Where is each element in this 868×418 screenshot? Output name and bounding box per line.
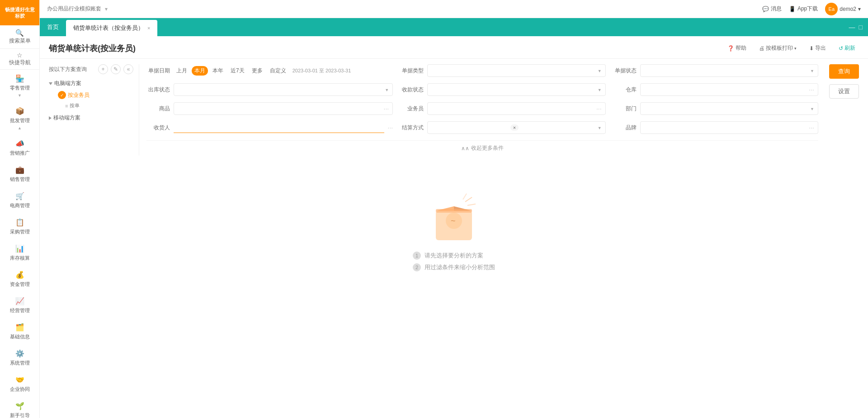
export-btn[interactable]: ⬇ 导出 — [806, 43, 830, 54]
sidebar-item-marketing[interactable]: 📣 营销推广 — [0, 135, 39, 161]
field-doc-status: 单据状态 — [613, 64, 818, 77]
brand-dots[interactable]: ··· — [809, 124, 814, 131]
setting-button[interactable]: 设置 — [829, 84, 859, 99]
settlement-select[interactable]: × — [427, 121, 605, 134]
user-name: demo2 — [840, 6, 856, 12]
out-status-arrow — [385, 87, 389, 92]
edit-scheme-btn[interactable]: ✎ — [111, 64, 121, 74]
date-btn-more[interactable]: 更多 — [249, 66, 265, 76]
scheme-group-mobile-label[interactable]: 移动端方案 — [49, 112, 133, 124]
svg-rect-1 — [436, 209, 472, 213]
message-btn[interactable]: 💬 消息 — [762, 5, 782, 13]
scheme-subitem-order[interactable]: ≡ 按单 — [49, 101, 133, 110]
sidebar-item-basic[interactable]: 🗂️ 基础信息 — [0, 318, 39, 345]
sidebar-item-system[interactable]: ⚙️ 系统管理 — [0, 345, 39, 371]
app-download-btn[interactable]: 📱 App下载 — [789, 5, 818, 13]
scheme-group-desktop-label[interactable]: 电脑端方案 — [49, 78, 133, 89]
warehouse-select[interactable]: ··· — [640, 83, 818, 96]
collapse-scheme-btn[interactable]: « — [123, 64, 133, 74]
topbar: 办公用品行业模拟账套 ▾ 💬 消息 📱 App下载 Ea demo2 ▾ — [40, 0, 868, 18]
sidebar-item-corp[interactable]: 🤝 企业协同 — [0, 371, 39, 397]
page-actions: ❓ 帮助 🖨 按模板打印 ▾ ⬇ 导出 ↺ 刷新 — [724, 43, 859, 54]
tab-label: 销货单统计表（按业务员） — [73, 24, 144, 32]
scheme-group-desktop: 电脑端方案 ✓ 按业务员 ≡ 按单 — [49, 78, 133, 110]
sidebar-item-operation[interactable]: 📈 经营管理 — [0, 292, 39, 318]
scheme-item-salesperson[interactable]: ✓ 按业务员 — [49, 89, 133, 101]
settlement-clear-tag[interactable]: × — [510, 124, 519, 131]
tab-sales-stats[interactable]: 销货单统计表（按业务员） × — [66, 20, 157, 36]
sidebar-item-wholesale[interactable]: 📦 批发管理 ▲ — [0, 102, 39, 135]
brand-select[interactable]: ··· — [640, 121, 818, 134]
sidebar-item-retail[interactable]: 🏪 零售管理 ▼ — [0, 70, 39, 102]
marketing-icon: 📣 — [15, 139, 24, 148]
date-btn-last7[interactable]: 近7天 — [228, 66, 247, 76]
tab-maximize-btn[interactable]: □ — [859, 24, 863, 31]
goods-dots[interactable]: ··· — [384, 105, 389, 112]
goods-select[interactable]: ··· — [174, 102, 393, 115]
sidebar-quick-nav[interactable]: ☆ 快捷导航 — [0, 49, 39, 70]
date-btn-thisyear[interactable]: 本年 — [210, 66, 226, 76]
inventory-icon: 📊 — [15, 244, 24, 253]
settlement-label: 结算方式 — [400, 124, 424, 132]
date-label: 单据日期 — [146, 67, 170, 75]
salesperson-select[interactable]: ··· — [427, 102, 605, 115]
filter-form-wrapper: 单据日期 上月 本月 本年 近7天 更多 自定义 2023-03-01 至 20… — [139, 64, 859, 156]
department-select[interactable] — [640, 102, 818, 115]
sidebar-item-inventory[interactable]: 📊 库存核算 — [0, 240, 39, 266]
date-btn-lastmonth[interactable]: 上月 — [174, 66, 190, 76]
salesperson-dots[interactable]: ··· — [596, 105, 602, 112]
user-profile[interactable]: Ea demo2 ▾ — [825, 3, 861, 15]
field-goods: 商品 ··· — [146, 102, 393, 115]
sidebar-actions: + ✎ « — [98, 64, 133, 74]
field-brand: 品牌 ··· — [613, 121, 818, 134]
sidebar-item-ecommerce[interactable]: 🛒 电商管理 — [0, 187, 39, 214]
date-btn-custom[interactable]: 自定义 — [267, 66, 289, 76]
doc-type-arrow — [598, 68, 602, 73]
svg-line-6 — [463, 194, 467, 200]
collect-status-label: 收款状态 — [400, 86, 424, 94]
scheme-group-arrow — [49, 82, 52, 85]
collect-status-select[interactable] — [427, 83, 605, 96]
refresh-btn[interactable]: ↺ 刷新 — [835, 43, 859, 54]
help-btn[interactable]: ❓ 帮助 — [724, 43, 750, 54]
filter-form: 单据日期 上月 本月 本年 近7天 更多 自定义 2023-03-01 至 20… — [146, 64, 818, 156]
tab-home[interactable]: 首页 — [40, 18, 66, 36]
receiver-label: 收货人 — [146, 124, 170, 132]
collapse-bar[interactable]: ∧∧ 收起更多条件 — [146, 140, 818, 156]
sidebar-item-finance[interactable]: 💰 资金管理 — [0, 266, 39, 292]
receiver-dots[interactable]: ··· — [388, 124, 393, 131]
add-scheme-btn[interactable]: + — [98, 64, 108, 74]
field-settlement: 结算方式 × — [400, 121, 605, 134]
doc-status-select[interactable] — [640, 64, 818, 77]
sidebar-item-purchase[interactable]: 📋 采购管理 — [0, 214, 39, 240]
sidebar-search[interactable]: 🔍 搜索菜单 — [0, 25, 39, 49]
empty-state: ~ 1 请先选择要分析的方案 2 用过滤条件来缩小分析范围 — [40, 161, 868, 299]
purchase-icon: 📋 — [15, 218, 24, 227]
field-collect-status: 收款状态 — [400, 83, 605, 96]
page-title: 销货单统计表(按业务员) — [49, 43, 136, 54]
warehouse-dots[interactable]: ··· — [809, 86, 814, 93]
svg-line-4 — [465, 197, 472, 202]
sidebar-item-sales[interactable]: 💼 销售管理 — [0, 161, 39, 187]
system-icon: ⚙️ — [15, 349, 24, 358]
app-title-dropdown-icon[interactable]: ▾ — [105, 6, 108, 12]
out-status-select[interactable] — [174, 83, 393, 96]
tab-minimize-btn[interactable]: — — [849, 24, 855, 31]
scheme-tree: 电脑端方案 ✓ 按业务员 ≡ 按单 — [49, 78, 133, 124]
field-doc-type: 单据类型 — [400, 64, 605, 77]
avatar: Ea — [825, 3, 838, 15]
print-btn[interactable]: 🖨 按模板打印 ▾ — [755, 43, 800, 54]
receiver-input[interactable] — [174, 123, 384, 133]
sidebar-item-newbie[interactable]: 🌱 新手引导 — [0, 397, 39, 418]
sidebar-menu: 🏪 零售管理 ▼ 📦 批发管理 ▲ 📣 营销推广 💼 销售管理 🛒 电商管理 📋… — [0, 70, 39, 418]
logo-subtext: 标胶 — [15, 13, 25, 19]
date-btn-thismonth[interactable]: 本月 — [192, 66, 208, 76]
tab-close-btn[interactable]: × — [147, 25, 150, 31]
scheme-active-icon: ✓ — [58, 91, 66, 99]
app-title: 办公用品行业模拟账套 — [47, 5, 101, 13]
doc-type-select[interactable] — [427, 64, 605, 77]
sales-icon: 💼 — [15, 166, 24, 174]
query-button[interactable]: 查询 — [829, 64, 859, 79]
basic-icon: 🗂️ — [15, 323, 24, 332]
doc-status-label: 单据状态 — [613, 67, 637, 75]
